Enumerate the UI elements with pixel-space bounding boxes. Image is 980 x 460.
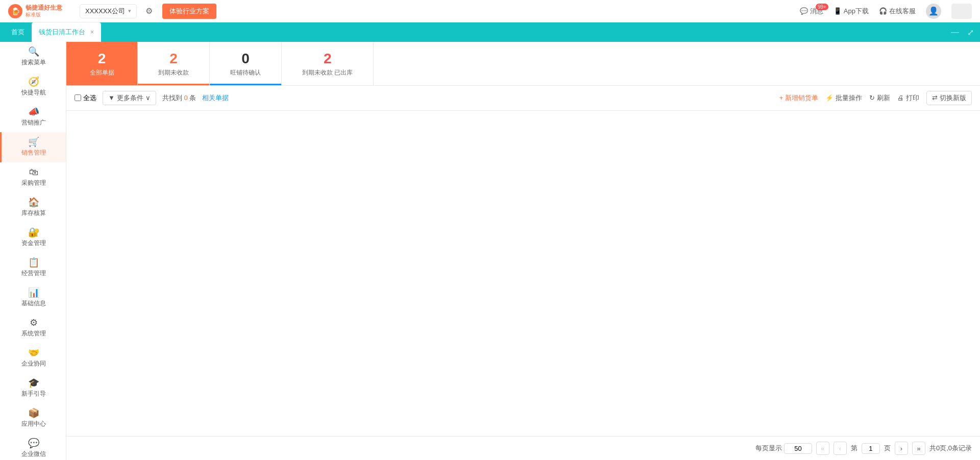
batch-icon: ⚡ — [825, 94, 834, 102]
switch-version-button[interactable]: ⇄ 切换新版 — [926, 91, 972, 105]
table-area — [66, 111, 980, 436]
count-text: 共找到 0 条 — [162, 93, 196, 103]
avatar[interactable]: 👤 — [926, 4, 941, 19]
next-page-button[interactable]: › — [895, 442, 908, 455]
select-all-checkbox[interactable]: 全选 — [75, 93, 96, 103]
appstore-icon: 📦 — [28, 408, 39, 418]
nav-tabs-right: — ⤢ — [949, 28, 976, 37]
logo-area: 🍺 畅捷通好生意 标准版 — [8, 4, 75, 18]
print-button[interactable]: 🖨 打印 — [897, 93, 919, 103]
sidebar-item-marketing[interactable]: 📣 营销推广 — [0, 102, 66, 132]
search-icon: 🔍 — [28, 47, 39, 56]
sidebar-wecom-label: 企业微信 — [21, 450, 46, 458]
message-button[interactable]: 💬 消息 99+ — [800, 7, 823, 16]
company-selector[interactable]: XXXXXX公司 ▾ — [80, 4, 137, 18]
download-icon: 📱 — [834, 7, 842, 15]
pagination-summary: 共0页,0条记录 — [929, 444, 972, 453]
page-label-suffix: 页 — [884, 444, 891, 453]
batch-operation-button[interactable]: ⚡ 批量操作 — [825, 93, 862, 103]
switch-icon: ⇄ — [932, 94, 938, 102]
inventory-icon: 🏠 — [28, 198, 39, 207]
sidebar-enterprise-label: 企业协同 — [21, 359, 46, 368]
checkbox-input[interactable] — [75, 94, 81, 101]
quicknav-icon: 🧭 — [28, 77, 39, 86]
select-all-label: 全选 — [83, 93, 96, 103]
sidebar-purchase-label: 采购管理 — [21, 179, 46, 187]
trial-button[interactable]: 体验行业方案 — [162, 4, 216, 19]
chevron-icon: ∨ — [145, 94, 151, 102]
filter-icon: ▼ — [108, 94, 115, 102]
logo-text: 畅捷通好生意 标准版 — [26, 4, 62, 17]
purchase-icon: 🛍 — [29, 167, 38, 177]
service-icon: 🎧 — [879, 7, 887, 15]
stat-all-label: 全部单据 — [90, 68, 114, 77]
company-name: XXXXXX公司 — [85, 7, 125, 16]
nav-tabs: 首页 钱货日清工作台 × — ⤢ — [0, 22, 980, 42]
stat-pending-number: 0 — [241, 50, 250, 67]
sidebar-item-sales[interactable]: 🛒 销售管理 — [0, 132, 66, 162]
page-size-input[interactable] — [784, 443, 812, 454]
stat-all-orders[interactable]: 2 全部单据 — [66, 42, 138, 85]
first-page-button[interactable]: « — [816, 442, 829, 455]
page-label-prefix: 第 — [851, 444, 857, 453]
window-minimize-icon[interactable]: — — [949, 28, 961, 37]
sidebar-operations-label: 经营管理 — [21, 269, 46, 278]
stat-underline-orange — [138, 84, 209, 85]
message-icon: 💬 — [800, 7, 808, 15]
sidebar-basicinfo-label: 基础信息 — [21, 299, 46, 308]
sidebar-item-system[interactable]: ⚙ 系统管理 — [0, 313, 66, 343]
tab-home[interactable]: 首页 — [4, 22, 32, 42]
marketing-icon: 📣 — [28, 107, 39, 116]
print-icon: 🖨 — [897, 94, 904, 102]
sidebar-item-inventory[interactable]: 🏠 库存核算 — [0, 192, 66, 223]
filter-button[interactable]: ▼ 更多条件 ∨ — [103, 91, 156, 105]
chevron-down-icon: ▾ — [128, 8, 131, 14]
sidebar-item-purchase[interactable]: 🛍 采购管理 — [0, 162, 66, 192]
finance-icon: 🔐 — [28, 228, 39, 237]
stat-overdue-label: 到期未收款 — [158, 68, 189, 77]
sidebar-item-appstore[interactable]: 📦 应用中心 — [0, 403, 66, 433]
stat-overdue-shipped-number: 2 — [324, 50, 332, 67]
related-orders-link[interactable]: 相关单据 — [202, 93, 229, 103]
sidebar-item-search[interactable]: 🔍 搜索菜单 — [0, 42, 66, 72]
wecom-icon: 💬 — [28, 439, 39, 448]
sidebar-item-basic-info[interactable]: 📊 基础信息 — [0, 283, 66, 313]
stat-overdue-payment[interactable]: 2 到期未收款 — [138, 42, 210, 85]
stat-all-number: 2 — [98, 50, 106, 67]
sidebar-system-label: 系统管理 — [21, 329, 46, 338]
sidebar: 🔍 搜索菜单 🧭 快捷导航 📣 营销推广 🛒 销售管理 🛍 采购管理 🏠 库存核… — [0, 42, 66, 460]
logo-title: 畅捷通好生意 — [26, 4, 62, 11]
sidebar-item-quicknav[interactable]: 🧭 快捷导航 — [0, 72, 66, 102]
app-download-button[interactable]: 📱 App下载 — [834, 7, 869, 16]
header-right: 💬 消息 99+ 📱 App下载 🎧 在线客服 👤 — [800, 4, 972, 19]
sidebar-finance-label: 资金管理 — [21, 239, 46, 248]
sidebar-item-wecom[interactable]: 💬 企业微信 — [0, 433, 66, 460]
window-maximize-icon[interactable]: ⤢ — [965, 28, 976, 37]
toolbar: 全选 ▼ 更多条件 ∨ 共找到 0 条 相关单据 + 新增销货单 ⚡ 批量操作 — [66, 86, 980, 111]
top-header: 🍺 畅捷通好生意 标准版 XXXXXX公司 ▾ ⚙ 体验行业方案 💬 消息 99… — [0, 0, 980, 22]
settings-icon[interactable]: ⚙ — [141, 3, 157, 19]
sidebar-item-enterprise[interactable]: 🤝 企业协同 — [0, 343, 66, 373]
sidebar-item-finance[interactable]: 🔐 资金管理 — [0, 223, 66, 253]
stat-overdue-number: 2 — [169, 50, 178, 67]
prev-page-button[interactable]: ‹ — [834, 442, 847, 455]
sidebar-item-operations[interactable]: 📋 经营管理 — [0, 253, 66, 283]
current-page-input[interactable] — [862, 443, 880, 454]
sidebar-item-guide[interactable]: 🎓 新手引导 — [0, 373, 66, 403]
basicinfo-icon: 📊 — [28, 288, 39, 297]
operations-icon: 📋 — [28, 258, 39, 267]
count-value: 0 — [184, 94, 188, 102]
online-service-button[interactable]: 🎧 在线客服 — [879, 7, 916, 16]
last-page-button[interactable]: » — [912, 442, 925, 455]
pagination-bar: 每页显示 « ‹ 第 页 › » 共0页,0条记录 — [66, 436, 980, 460]
add-order-button[interactable]: + 新增销货单 — [779, 93, 818, 103]
logo-icon: 🍺 — [8, 4, 22, 18]
tab-close-icon[interactable]: × — [90, 29, 94, 36]
stat-overdue-shipped[interactable]: 2 到期未收款 已出库 — [282, 42, 374, 85]
toolbar-right: + 新增销货单 ⚡ 批量操作 ↻ 刷新 🖨 打印 ⇄ 切换新版 — [779, 91, 972, 105]
tab-active[interactable]: 钱货日清工作台 × — [32, 22, 101, 42]
stat-pending-confirm[interactable]: 0 旺铺待确认 — [210, 42, 282, 85]
user-area[interactable] — [951, 4, 972, 19]
refresh-button[interactable]: ↻ 刷新 — [869, 93, 890, 103]
sidebar-guide-label: 新手引导 — [21, 390, 46, 398]
